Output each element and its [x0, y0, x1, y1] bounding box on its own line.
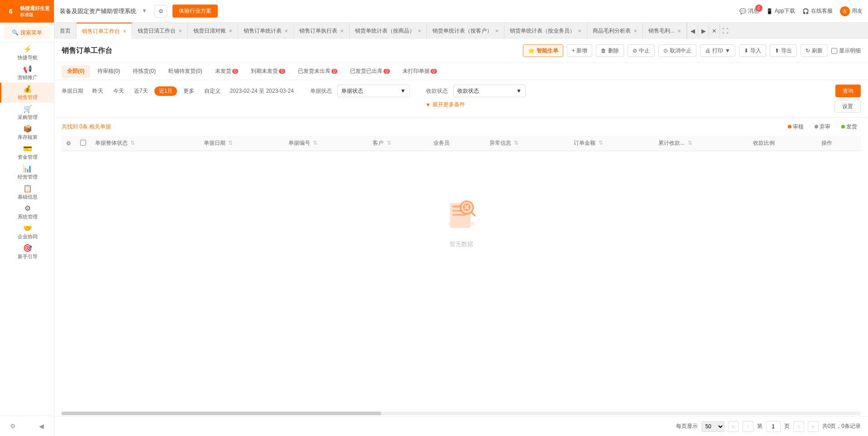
exception-sort-icon[interactable]: ⇅ — [514, 140, 518, 146]
status-select[interactable]: 单据状态 ▼ — [337, 85, 410, 97]
date-more-btn[interactable]: 更多 — [180, 86, 198, 96]
date-sort-icon[interactable]: ⇅ — [228, 140, 233, 146]
tab-sale-by-salesman[interactable]: 销货单统计表（按业务员） ✕ — [504, 23, 587, 39]
tab-close-sales-margin[interactable]: ✕ — [677, 28, 681, 33]
online-service-btn[interactable]: 🎧 在线客服 — [802, 7, 833, 15]
next-page-btn[interactable]: › — [793, 421, 804, 432]
prev-page-btn[interactable]: ‹ — [743, 421, 753, 432]
status-sort-icon[interactable]: ⇅ — [130, 140, 135, 146]
sidebar-item-basic-info[interactable]: 📋 基础信息 — [0, 182, 54, 202]
sub-tab-all[interactable]: 全部(0) — [62, 65, 90, 78]
ship-btn[interactable]: 发货 — [838, 121, 861, 132]
print-btn[interactable]: 🖨 打印 ▼ — [700, 44, 735, 57]
sidebar-item-inventory[interactable]: 📦 库存核算 — [0, 123, 54, 142]
stop-btn[interactable]: ⊘ 中止 — [628, 44, 655, 57]
table-toolbar: 共找到 0条 相关单据 审核 弃审 发货 — [54, 118, 868, 136]
tab-next-btn[interactable]: ▶ — [698, 23, 709, 39]
app-download-btn[interactable]: 📱 App下载 — [766, 7, 795, 15]
tab-close-all-btn[interactable]: ✕ — [709, 23, 719, 39]
select-all-checkbox[interactable] — [80, 140, 86, 146]
tab-close-cash-reconcile[interactable]: ✕ — [229, 28, 232, 33]
header-settings-btn[interactable]: ⚙ — [154, 5, 167, 18]
sidebar-item-purchase[interactable]: 🛒 采购管理 — [0, 103, 54, 123]
sub-tab-not-printed[interactable]: 未打印单据0 — [397, 65, 442, 78]
last-page-btn[interactable]: » — [808, 421, 819, 432]
settings-bottom-btn[interactable]: ⚙ — [4, 420, 22, 432]
first-page-btn[interactable]: « — [728, 421, 739, 432]
col-settings-icon[interactable]: ⚙ — [66, 140, 71, 147]
search-menu-btn[interactable]: 🔍 搜索菜单 — [4, 26, 50, 39]
sidebar-item-quick-nav[interactable]: ⚡ 快捷导航 — [0, 43, 54, 63]
tab-sale-by-customer[interactable]: 销货单统计表（按客户） ✕ — [427, 23, 504, 39]
show-detail-checkbox[interactable] — [831, 48, 837, 54]
page-input[interactable] — [766, 421, 781, 432]
delete-btn[interactable]: 🗑 删除 — [596, 44, 624, 57]
expand-filter-btn[interactable]: ▼ 展开更多条件 — [426, 101, 465, 109]
sidebar-item-system[interactable]: ⚙ 系统管理 — [0, 202, 54, 222]
tab-sale-by-product[interactable]: 销货单统计表（按商品） ✕ — [350, 23, 427, 39]
date-today-btn[interactable]: 今天 — [110, 86, 128, 96]
tab-home[interactable]: 首页 — [54, 23, 77, 39]
sidebar-item-sales[interactable]: 💰 销售管理 — [0, 83, 54, 103]
tab-sales-margin[interactable]: 销售毛利... ✕ — [643, 23, 687, 39]
refresh-btn[interactable]: ↻ 刷新 — [801, 44, 828, 57]
tab-close-sales-stats[interactable]: ✕ — [284, 28, 288, 33]
date-custom-btn[interactable]: 自定义 — [201, 86, 224, 96]
date-1month-btn[interactable]: 近1月 — [154, 86, 177, 96]
industry-btn[interactable]: 体验行业方案 — [173, 5, 218, 18]
cancel-audit-btn[interactable]: 弃审 — [811, 121, 834, 132]
sub-tab-shipped-out[interactable]: 已发货已出库0 — [345, 65, 395, 78]
date-yesterday-btn[interactable]: 昨天 — [89, 86, 107, 96]
scroll-thumb[interactable] — [62, 412, 381, 415]
user-menu[interactable]: 友 用友 — [840, 6, 863, 16]
customer-sort-icon[interactable]: ⇅ — [387, 140, 391, 146]
basic-info-icon: 📋 — [23, 184, 32, 193]
sub-tab-pending-pick[interactable]: 待拣货(0) — [127, 65, 161, 78]
new-btn[interactable]: + 新增 — [567, 44, 592, 57]
tab-close-cash-daily[interactable]: ✕ — [178, 28, 182, 33]
col-customer: 客户 ⇅ — [368, 136, 429, 151]
collapse-sidebar-btn[interactable]: ◀ — [32, 420, 50, 432]
tab-close-sales-exec[interactable]: ✕ — [340, 28, 344, 33]
sub-tab-overdue-ship[interactable]: 到期未发货0 — [245, 65, 291, 78]
tab-close-margin-analysis[interactable]: ✕ — [633, 28, 637, 33]
cancel-stop-btn[interactable]: ⊙ 取消中止 — [658, 44, 696, 57]
show-detail-toggle[interactable]: 显示明细 — [831, 47, 861, 55]
audit-btn[interactable]: 审核 — [784, 121, 807, 132]
tab-sales-stats[interactable]: 销售订单统计表 ✕ — [238, 23, 294, 39]
sub-tab-unshipped[interactable]: 未发货0 — [210, 65, 244, 78]
message-btn[interactable]: 💬 消息 6 — [739, 7, 759, 15]
tab-cash-daily[interactable]: 钱货日清工作台 ✕ — [132, 23, 188, 39]
number-sort-icon[interactable]: ⇅ — [313, 140, 317, 146]
import-btn[interactable]: ⬇ 导入 — [739, 44, 766, 57]
tab-cash-reconcile[interactable]: 钱货日清对账 ✕ — [188, 23, 238, 39]
tab-sales-workbench[interactable]: 销售订单工作台 ✕ — [77, 23, 132, 39]
query-btn[interactable]: 查询 — [835, 85, 861, 97]
sidebar-item-marketing[interactable]: 📢 营销推广 — [0, 63, 54, 83]
amount-sort-icon[interactable]: ⇅ — [599, 140, 603, 146]
payment-sort-icon[interactable]: ⇅ — [688, 140, 692, 146]
title-dropdown-icon[interactable]: ▼ — [142, 8, 149, 15]
sub-tab-wangpu-ship[interactable]: 旺铺待发货(0) — [163, 65, 208, 78]
set-btn[interactable]: 设置 — [834, 100, 861, 113]
sub-tab-shipped-not-out[interactable]: 已发货未出库0 — [293, 65, 343, 78]
tab-maximize-btn[interactable]: ⛶ — [719, 23, 730, 39]
sidebar-item-finance[interactable]: 💳 资金管理 — [0, 142, 54, 162]
sidebar-item-cooperation[interactable]: 🤝 企业协同 — [0, 222, 54, 242]
tab-margin-analysis[interactable]: 商品毛利分析表 ✕ — [587, 23, 643, 39]
tab-sales-exec[interactable]: 销售订单执行表 ✕ — [294, 23, 350, 39]
sub-tab-pending-audit[interactable]: 待审核(0) — [92, 65, 126, 78]
sidebar-item-management[interactable]: 📊 经营管理 — [0, 162, 54, 182]
per-page-select[interactable]: 10 20 50 100 — [701, 421, 724, 432]
tab-close-sales-workbench[interactable]: ✕ — [123, 29, 126, 34]
payment-select[interactable]: 收款状态 ▼ — [453, 85, 526, 97]
date-7days-btn[interactable]: 近7天 — [130, 86, 152, 96]
tab-close-sale-by-product[interactable]: ✕ — [417, 28, 421, 33]
tab-close-sale-by-salesman[interactable]: ✕ — [578, 28, 581, 33]
tab-close-sale-by-customer[interactable]: ✕ — [495, 28, 499, 33]
sidebar-item-guide[interactable]: 🎯 新手引导 — [0, 242, 54, 262]
smart-create-btn[interactable]: ⭐ 智能生单 — [523, 44, 563, 57]
quick-nav-icon: ⚡ — [23, 45, 32, 53]
export-btn[interactable]: ⬆ 导出 — [770, 44, 797, 57]
tab-prev-btn[interactable]: ◀ — [687, 23, 698, 39]
